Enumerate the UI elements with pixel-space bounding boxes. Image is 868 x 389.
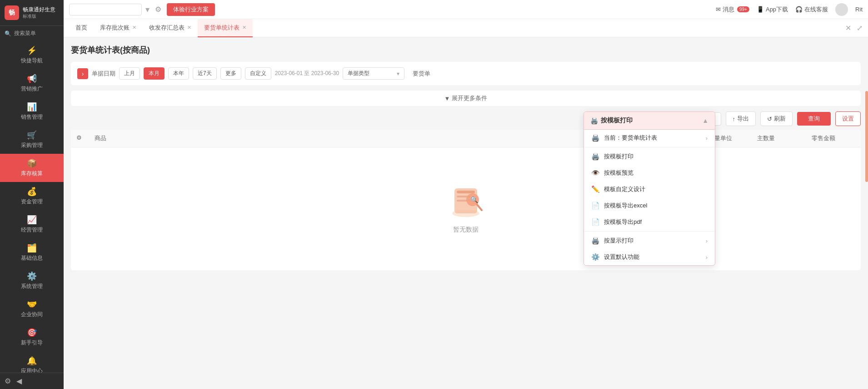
sidebar-item-finance[interactable]: 💰 资金管理 [0, 182, 64, 210]
sidebar-item-label: 企业协同 [21, 311, 43, 318]
sidebar-item-enterprise[interactable]: 🤝 企业协同 [0, 295, 64, 323]
sidebar-item-basic[interactable]: 🗂️ 基础信息 [0, 238, 64, 267]
divider-2 [584, 231, 715, 232]
print-menu-template-excel[interactable]: 📄 按模板导出excel [584, 197, 715, 214]
tab-batch-account-label: 库存批次账 [100, 24, 130, 32]
tab-receipt-summary-close[interactable]: ✕ [187, 25, 191, 30]
pdf-icon: 📄 [591, 218, 599, 226]
filter-expand-button[interactable]: ▼ 展开更多条件 [444, 94, 488, 102]
export-button[interactable]: ↑ 导出 [726, 111, 756, 126]
chevron-down-icon: ▾ [397, 71, 399, 77]
col-amount: 零售金额 [806, 130, 861, 147]
avatar[interactable] [835, 3, 848, 16]
print-menu-template-print[interactable]: 🖨️ 按模板打印 [584, 148, 715, 165]
collapse-icon[interactable]: ◀ [16, 377, 22, 385]
settings-button[interactable]: 设置 [835, 111, 861, 126]
sidebar: 畅 畅康通好生意 标准版 🔍 搜索菜单 ⚡ 快捷导航 📢 营销推广 📊 销售管理… [0, 0, 64, 389]
filter-this-month[interactable]: 本月 [144, 67, 165, 80]
tabs-close-all: ✕ ⤢ [836, 24, 863, 32]
refresh-button[interactable]: ↺ 刷新 [760, 111, 793, 126]
sidebar-logo: 畅 畅康通好生意 标准版 [0, 0, 64, 26]
appstore-icon: 🔔 [27, 356, 37, 366]
sales-icon: 📊 [27, 102, 37, 112]
refresh-icon: ↺ [767, 116, 772, 122]
tab-batch-account[interactable]: 库存批次账 ✕ [94, 19, 143, 37]
sidebar-item-marketing[interactable]: 📢 营销推广 [0, 69, 64, 97]
data-table: ⚙ 商品 主计量单位 主数量 零售金额 🔍 [71, 130, 861, 270]
print-menu-template-preview[interactable]: 👁️ 按模板预览 [584, 165, 715, 181]
sidebar-item-label: 资金管理 [21, 198, 43, 206]
sidebar-item-quick-nav[interactable]: ⚡ 快捷导航 [0, 41, 64, 69]
app-download-button[interactable]: 📱 App下载 [757, 5, 788, 14]
online-service-button[interactable]: 🎧 在线客服 [795, 5, 828, 14]
col-settings[interactable]: ⚙ [71, 130, 89, 147]
topbar-gear-icon[interactable]: ⚙ [155, 5, 161, 14]
sidebar-item-guide[interactable]: 🎯 新手引导 [0, 323, 64, 351]
tab-receipt-summary[interactable]: 收发存汇总表 ✕ [143, 19, 198, 37]
tab-home[interactable]: 首页 [69, 19, 94, 37]
sidebar-bottom: ⚙ ◀ [0, 373, 64, 389]
set-default-icon: ⚙️ [591, 253, 599, 261]
print-menu-display-print[interactable]: 🖨️ 按显示打印 › [584, 232, 715, 249]
filter-more[interactable]: 更多 [220, 67, 241, 80]
settings-bottom-icon[interactable]: ⚙ [5, 377, 11, 385]
print-menu-current[interactable]: 🖨️ 当前：要货单统计表 › [584, 130, 715, 146]
svg-rect-2 [457, 191, 475, 193]
filter-this-year[interactable]: 本年 [168, 67, 189, 80]
sidebar-search[interactable]: 🔍 搜索菜单 [0, 26, 64, 41]
sidebar-item-label: 新手引导 [21, 339, 43, 347]
sidebar-item-label: 采购管理 [21, 141, 43, 149]
topbar-search-input[interactable] [69, 4, 142, 15]
template-excel-label: 按模板导出excel [604, 202, 647, 210]
sidebar-item-purchase[interactable]: 🛒 采购管理 [0, 126, 64, 154]
order-type-label: 要货单 [413, 70, 430, 78]
expand-label: 展开更多条件 [452, 94, 487, 102]
tab-batch-account-close[interactable]: ✕ [132, 25, 136, 30]
tab-order-stats[interactable]: 要货单统计表 ✕ [198, 19, 253, 37]
export-label: 导出 [737, 115, 749, 123]
print-dropdown-close-icon[interactable]: ▲ [702, 117, 708, 124]
headset-icon: 🎧 [795, 6, 803, 13]
filter-date-range: 2023-06-01 至 2023-06-30 [275, 70, 339, 77]
display-print-arrow: › [706, 237, 708, 244]
scrollbar[interactable] [865, 91, 868, 182]
sidebar-item-operations[interactable]: 📈 经营管理 [0, 210, 64, 238]
sidebar-item-system[interactable]: ⚙️ 系统管理 [0, 267, 64, 295]
filter-last-month[interactable]: 上月 [119, 67, 140, 80]
printer-icon: 🖨️ [590, 117, 598, 124]
industry-solution-button[interactable]: 体验行业方案 [167, 3, 215, 16]
filter-custom[interactable]: 自定义 [245, 67, 271, 80]
sidebar-item-label: 基础信息 [21, 254, 43, 262]
tab-receipt-summary-label: 收发存汇总表 [149, 24, 185, 32]
query-button[interactable]: 查询 [797, 112, 831, 126]
current-template-arrow: › [706, 135, 708, 141]
sidebar-item-inventory[interactable]: 📦 库存核算 [0, 154, 64, 182]
preview-icon: 👁️ [591, 169, 599, 177]
expand-icon: ▼ [444, 95, 450, 102]
print-menu-template-design[interactable]: ✏️ 模板自定义设计 [584, 181, 715, 197]
print-dropdown-title: 🖨️ 按模板打印 [590, 116, 633, 125]
filter-collapse-button[interactable]: › [77, 68, 88, 79]
search-icon: 🔍 [5, 30, 11, 37]
tab-order-stats-close[interactable]: ✕ [242, 25, 246, 30]
print-menu-template-pdf[interactable]: 📄 按模板导出pdf [584, 214, 715, 230]
app-logo-text: 畅康通好生意 标准版 [23, 6, 55, 20]
template-pdf-label: 按模板导出pdf [604, 218, 642, 226]
print-menu-set-default[interactable]: ⚙️ 设置默认功能 › [584, 249, 715, 265]
filter-7days[interactable]: 近7天 [193, 67, 217, 80]
sidebar-item-label: 系统管理 [21, 283, 43, 290]
close-all-icon[interactable]: ✕ [845, 24, 851, 32]
sidebar-item-appstore[interactable]: 🔔 应用中心 [0, 351, 64, 373]
topbar-dropdown-arrow[interactable]: ▾ [145, 5, 150, 15]
username-label: Rit [855, 6, 863, 13]
filter-type-select[interactable]: 单据类型 ▾ [343, 67, 404, 80]
message-button[interactable]: ✉ 消息 99+ [716, 5, 749, 14]
query-label: 查询 [808, 115, 820, 123]
sidebar-item-sales[interactable]: 📊 销售管理 [0, 97, 64, 126]
export-icon: ↑ [733, 116, 736, 122]
maximize-icon[interactable]: ⤢ [857, 24, 863, 32]
printer-small-icon: 🖨️ [591, 134, 599, 142]
inventory-icon: 📦 [27, 158, 37, 168]
filter-expand-row: ▼ 展开更多条件 [71, 91, 861, 106]
set-default-arrow: › [706, 254, 708, 261]
